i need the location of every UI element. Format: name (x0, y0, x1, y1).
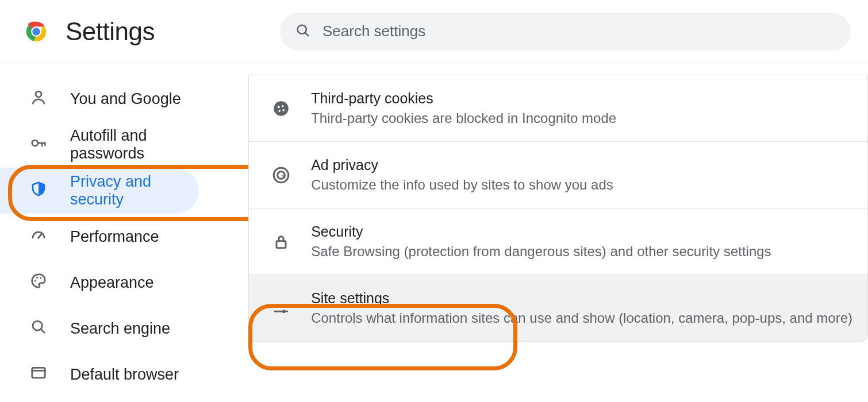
sidebar-item-default-browser[interactable]: Default browser (0, 351, 199, 397)
svg-line-16 (41, 329, 44, 333)
svg-point-19 (274, 101, 289, 116)
header: Settings (0, 0, 868, 63)
sidebar-item-autofill-and-passwords[interactable]: Autofill and passwords (0, 122, 199, 168)
speedometer-icon (30, 226, 47, 248)
chrome-logo-icon (23, 18, 49, 45)
target-icon (271, 165, 291, 185)
row-title: Site settings (311, 290, 852, 307)
svg-point-5 (36, 91, 41, 97)
sidebar-item-search-engine[interactable]: Search engine (0, 306, 199, 351)
svg-point-12 (34, 280, 36, 281)
row-title: Security (311, 223, 852, 240)
page-title: Settings (66, 17, 155, 46)
row-title: Ad privacy (311, 157, 852, 173)
main-panel: Third-party cookies Third-party cookies … (208, 63, 868, 402)
row-security[interactable]: Security Safe Browsing (protection from … (249, 208, 867, 275)
row-desc: Safe Browsing (protection from dangerous… (311, 243, 852, 260)
sidebar-item-label: Search engine (70, 320, 170, 338)
svg-point-14 (40, 277, 41, 279)
row-title: Third-party cookies (311, 90, 852, 107)
sidebar-item-privacy-and-security[interactable]: Privacy and security (0, 168, 199, 214)
svg-point-11 (37, 237, 39, 238)
row-desc: Third-party cookies are blocked in Incog… (311, 110, 852, 126)
sidebar-item-label: Performance (70, 228, 159, 246)
lock-icon (271, 233, 291, 251)
row-site-settings[interactable]: Site settings Controls what information … (249, 275, 867, 341)
svg-rect-29 (278, 304, 280, 307)
row-ad-privacy[interactable]: Ad privacy Customize the info used by si… (249, 141, 867, 208)
svg-point-13 (36, 276, 38, 278)
sidebar: You and Google Autofill and passwords Pr… (0, 63, 208, 402)
svg-point-6 (32, 140, 38, 146)
body: You and Google Autofill and passwords Pr… (0, 63, 868, 402)
search-input[interactable] (322, 22, 836, 40)
sliders-icon (271, 299, 291, 318)
sidebar-item-label: Appearance (70, 274, 154, 292)
svg-rect-26 (276, 241, 286, 248)
sidebar-item-label: Autofill and passwords (70, 127, 199, 163)
sidebar-item-performance[interactable]: Performance (0, 214, 199, 260)
svg-point-21 (282, 105, 283, 107)
svg-point-20 (278, 106, 280, 108)
settings-card: Third-party cookies Third-party cookies … (248, 75, 868, 342)
svg-rect-17 (32, 368, 45, 378)
row-desc: Customize the info used by sites to show… (311, 177, 852, 193)
svg-point-22 (279, 110, 281, 111)
svg-point-23 (283, 109, 285, 111)
browser-icon (30, 364, 47, 385)
search-settings[interactable] (280, 13, 851, 51)
person-icon (30, 88, 47, 110)
svg-line-4 (305, 32, 309, 36)
row-desc: Controls what information sites can use … (311, 310, 852, 326)
search-icon (30, 318, 47, 339)
row-third-party-cookies[interactable]: Third-party cookies Third-party cookies … (249, 75, 867, 141)
sidebar-item-label: You and Google (70, 90, 181, 108)
key-icon (30, 134, 47, 156)
sidebar-item-appearance[interactable]: Appearance (0, 260, 199, 306)
svg-rect-30 (283, 310, 285, 312)
shield-icon (30, 180, 47, 202)
cookie-icon (271, 99, 291, 118)
palette-icon (30, 272, 47, 293)
sidebar-item-you-and-google[interactable]: You and Google (0, 76, 199, 122)
search-icon (295, 22, 311, 41)
sidebar-item-label: Privacy and security (70, 173, 199, 208)
sidebar-item-label: Default browser (70, 366, 179, 384)
